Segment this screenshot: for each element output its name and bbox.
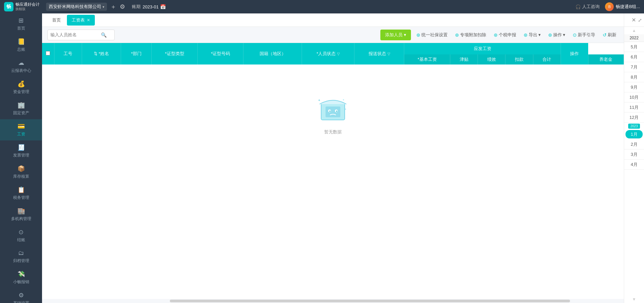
month-2022-8[interactable]: 8月 <box>624 72 644 82</box>
svg-point-4 <box>329 111 331 112</box>
sidebar-item-salary[interactable]: 💳 工资 <box>0 119 42 140</box>
tax-icon: 📋 <box>17 186 25 193</box>
status-filter-icon[interactable]: ▽ <box>337 52 340 56</box>
sidebar-item-archive[interactable]: 🗂 归档管理 <box>0 246 42 267</box>
add-company-button[interactable]: ＋ <box>110 3 116 11</box>
month-2022-9[interactable]: 9月 <box>624 82 644 92</box>
tab-close-icon[interactable]: ✕ <box>87 18 90 23</box>
expense-icon: 💸 <box>17 270 25 278</box>
empty-state: ✦ ✦ ✦ 暂无数据 <box>42 64 624 162</box>
sidebar-item-cloud[interactable]: ☁ 云报表中心 <box>0 56 42 77</box>
svg-text:✦: ✦ <box>342 98 345 101</box>
main-layout: ⊞ 首页 📒 总账 ☁ 云报表中心 💰 资金管理 🏢 固定资产 💳 工资 🧾 发… <box>0 13 644 303</box>
th-total: 合计 <box>533 54 561 64</box>
logo-text: 畅应通好会计 <box>15 2 40 7</box>
new-guide-button[interactable]: ⊙ 新手引导 <box>571 30 597 40</box>
archive-icon: 🗂 <box>18 250 24 257</box>
scroll-up-button[interactable]: ▲ <box>624 27 644 34</box>
sidebar-item-assets[interactable]: 🏢 固定资产 <box>0 98 42 119</box>
th-report-status: 报送状态 ▽ <box>354 43 404 64</box>
operation-icon: ⊛ <box>548 32 552 38</box>
content-area: 首页 工资表 ✕ 🔍 添加人员 ▾ ⊛ 统一社保设置 ⊛ <box>42 13 624 303</box>
th-id-type: *证型类型 <box>152 43 198 64</box>
support-button[interactable]: 🎧 人工咨询 <box>575 4 600 10</box>
refresh-button[interactable]: ↺ 刷新 <box>601 30 618 40</box>
header-actions: ＋ ⚙ <box>110 3 125 11</box>
th-name: ⇅ *姓名 <box>82 43 121 64</box>
settings-button[interactable]: ⚙ <box>120 3 125 10</box>
tab-salary-label: 工资表 <box>72 17 85 23</box>
sidebar-item-label: 首页 <box>17 26 25 31</box>
bottom-scrollbar[interactable] <box>170 300 570 302</box>
year-2023-section: 2023 <box>624 123 644 129</box>
month-2022-12[interactable]: 12月 <box>624 113 644 123</box>
sidebar-item-close[interactable]: ⊙ 结账 <box>0 225 42 246</box>
bottom-scrollbar-container <box>42 299 624 303</box>
sidebar-item-funds[interactable]: 💰 资金管理 <box>0 77 42 98</box>
logo-icon: 畅 <box>4 2 13 11</box>
year-2022-label: 2022 <box>624 34 644 42</box>
company-selector[interactable]: 西安虾米网络科技有限公司 ▾ <box>46 3 107 11</box>
special-deduction-button[interactable]: ⊛ 专项附加扣除 <box>453 30 488 40</box>
sidebar-item-ledger[interactable]: 📒 总账 <box>0 35 42 56</box>
th-allowance: 津贴 <box>450 54 478 64</box>
sidebar-item-label: 归档管理 <box>13 258 29 264</box>
th-performance: 绩效 <box>478 54 505 64</box>
tab-bar: 首页 工资表 ✕ <box>42 13 624 27</box>
select-all-checkbox[interactable] <box>46 51 50 55</box>
tax-report-button[interactable]: ⊛ 个税申报 <box>492 30 518 40</box>
month-2023-2[interactable]: 2月 <box>624 139 644 149</box>
sidebar-item-home[interactable]: ⊞ 首页 <box>0 13 42 35</box>
month-2022-10[interactable]: 10月 <box>624 92 644 102</box>
funds-icon: 💰 <box>17 80 25 88</box>
search-wrap: 🔍 <box>47 30 115 40</box>
sidebar-item-invoice[interactable]: 🧾 发票管理 <box>0 140 42 162</box>
sidebar-item-label: 云报表中心 <box>11 68 31 74</box>
ledger-icon: 📒 <box>17 38 25 45</box>
table-wrapper: 工号 ⇅ *姓名 *部门 *证型类型 *证型号码 国籍（地区） *人员状态 ▽ … <box>42 43 624 299</box>
user-avatar: B <box>605 2 614 11</box>
social-label: 统一社保设置 <box>421 32 448 38</box>
right-panel-close-icon[interactable]: ✕ <box>632 17 636 23</box>
right-panel-expand-icon[interactable]: ⤢ <box>638 17 642 23</box>
export-button[interactable]: ⊛ 导出 ▾ <box>522 30 543 40</box>
salary-icon: 💳 <box>17 123 25 130</box>
assets-icon: 🏢 <box>17 101 25 109</box>
export-label: 导出 <box>529 32 537 38</box>
social-icon: ⊛ <box>416 32 420 38</box>
sidebar-item-label: 基础设置 <box>13 300 29 303</box>
add-person-label: 添加人员 <box>385 32 403 38</box>
calendar-icon[interactable]: 📅 <box>160 4 166 9</box>
select-all-header[interactable] <box>42 43 54 64</box>
sidebar-item-inventory[interactable]: 📦 库存核算 <box>0 162 42 183</box>
report-filter-icon[interactable]: ▽ <box>387 52 390 56</box>
month-2023-4[interactable]: 4月 <box>624 160 644 170</box>
add-person-arrow: ▾ <box>404 32 406 37</box>
guide-toolbar-label: 新手引导 <box>578 32 595 38</box>
empty-text: 暂无数据 <box>324 129 342 135</box>
salary-table: 工号 ⇅ *姓名 *部门 *证型类型 *证型号码 国籍（地区） *人员状态 ▽ … <box>42 43 624 64</box>
user-name: 畅捷通B组... <box>616 4 640 10</box>
tab-salary-table[interactable]: 工资表 ✕ <box>67 15 95 26</box>
year-2023-badge: 2023 <box>628 124 640 129</box>
svg-point-5 <box>336 111 337 112</box>
sidebar-item-settings[interactable]: ⚙ 基础设置 <box>0 288 42 303</box>
month-2022-6[interactable]: 6月 <box>624 52 644 62</box>
month-2022-5[interactable]: 5月 <box>624 42 644 52</box>
operation-button[interactable]: ⊛ 操作 ▾ <box>546 30 567 40</box>
sidebar-item-multi[interactable]: 🏬 多机构管理 <box>0 204 42 225</box>
month-2023-3[interactable]: 3月 <box>624 149 644 160</box>
add-person-button[interactable]: 添加人员 ▾ <box>380 30 411 40</box>
tab-home[interactable]: 首页 <box>47 15 66 26</box>
search-input[interactable] <box>50 32 101 37</box>
sidebar-item-tax[interactable]: 📋 税务管理 <box>0 183 42 204</box>
export-icon: ⊛ <box>524 32 528 38</box>
sidebar-item-expense[interactable]: 💸 小畅报销 <box>0 267 42 288</box>
month-2022-11[interactable]: 11月 <box>624 102 644 113</box>
user-area[interactable]: B 畅捷通B组... <box>605 2 640 11</box>
company-dropdown-icon: ▾ <box>103 5 104 9</box>
month-2022-7[interactable]: 7月 <box>624 62 644 72</box>
social-insurance-button[interactable]: ⊛ 统一社保设置 <box>414 30 450 40</box>
scroll-down-button[interactable]: ▼ <box>624 296 644 303</box>
month-2023-1[interactable]: 1月 <box>626 130 643 139</box>
